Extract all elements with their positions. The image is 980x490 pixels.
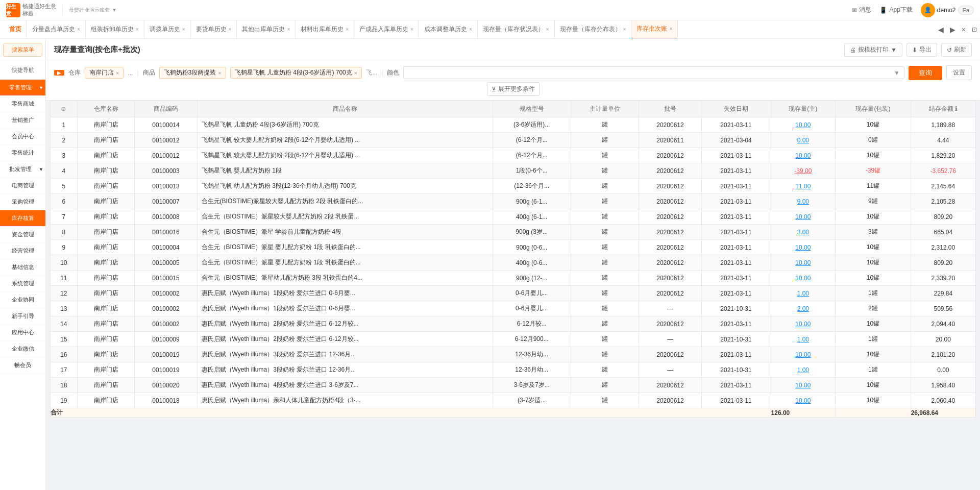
tab-close-10[interactable]: × — [669, 26, 672, 32]
tab-0[interactable]: 分量盘点单历史 × — [27, 20, 86, 39]
sidebar-item-operations[interactable]: 经营管理 — [0, 243, 45, 259]
tab-close-9[interactable]: × — [623, 27, 626, 32]
sidebar-item-retail-stats[interactable]: 零售统计 — [0, 145, 45, 161]
sidebar-item-finance[interactable]: 资金管理 — [0, 227, 45, 243]
cell-stock-main[interactable]: 10.00 — [771, 117, 836, 133]
sidebar-item-member[interactable]: 会员中心 — [0, 129, 45, 145]
product-tag-1[interactable]: 飞鹤星飞帆 儿童奶粉 4段(3-6岁适用) 700克 × — [230, 67, 362, 79]
sidebar-item-member-plus[interactable]: 畅会员 — [0, 357, 45, 374]
cell-stock-main[interactable]: 9.00 — [771, 194, 836, 209]
cell-stock-pkg: 3罐 — [836, 225, 911, 240]
tab-close-3[interactable]: × — [229, 27, 232, 32]
color-filter-input[interactable]: ▼ — [403, 66, 904, 79]
cell-stock-main[interactable]: 10.00 — [771, 347, 836, 362]
warehouse-more[interactable]: ... — [128, 69, 133, 77]
sidebar-item-ecommerce[interactable]: 电商管理 — [0, 178, 45, 194]
cell-stock-main[interactable]: 10.00 — [771, 255, 836, 271]
quick-nav-link[interactable]: 快捷导航 — [2, 64, 43, 76]
app-download-btn[interactable]: 📱 App下载 — [879, 6, 912, 14]
cell-stock-main[interactable]: 1.00 — [771, 286, 836, 301]
refresh-btn[interactable]: ↺ 刷新 — [941, 43, 972, 57]
product-tag-1-close[interactable]: × — [354, 70, 357, 76]
nav-arrows: ◀ ▶ × ⊡ — [935, 23, 980, 36]
tab-close-0[interactable]: × — [77, 27, 80, 32]
sidebar-item-retail-mall[interactable]: 零售商城 — [0, 96, 45, 112]
cell-stock-main[interactable]: 3.00 — [771, 225, 836, 240]
cell-stock-main[interactable]: 1.00 — [771, 332, 836, 347]
tab-2[interactable]: 调拨单历史 × — [144, 20, 191, 39]
th-settings[interactable]: ⚙ — [51, 101, 78, 117]
sidebar-item-purchase[interactable]: 采购管理 — [0, 194, 45, 210]
filter-toggle-btn[interactable]: ▶ — [54, 70, 64, 76]
cell-stock-main[interactable]: -39.00 — [771, 163, 836, 179]
query-btn[interactable]: 查询 — [909, 66, 942, 80]
tab-close-1[interactable]: × — [136, 27, 139, 32]
table-row: 18 南岸门店 00100020 惠氏启赋（Wyeth illuma）4段奶粉 … — [51, 378, 976, 393]
cell-stock-main[interactable]: 11.00 — [771, 179, 836, 194]
sidebar-item-system[interactable]: 系统管理 — [0, 276, 45, 292]
cell-stock-main[interactable]: 10.00 — [771, 148, 836, 163]
cell-no: 6 — [51, 194, 78, 209]
export-btn[interactable]: ⬇ 导出 — [906, 43, 937, 57]
tab-close-6[interactable]: × — [410, 27, 413, 32]
warehouse-tag-close[interactable]: × — [116, 70, 119, 76]
sidebar-item-app-center[interactable]: 应用中心 — [0, 325, 45, 341]
tab-close-7[interactable]: × — [469, 27, 472, 32]
tab-home[interactable]: 首页 — [4, 20, 27, 39]
sidebar-search-area: 搜索菜单 — [0, 39, 45, 61]
warehouse-tag[interactable]: 南岸门店 × — [85, 67, 124, 79]
th-name: 商品名称 — [197, 101, 493, 117]
sidebar-item-enterprise-wechat[interactable]: 企业微信 — [0, 341, 45, 357]
cell-code: 00100020 — [135, 378, 197, 393]
cell-name: 惠氏启赋（Wyeth illuma）4段奶粉 爱尔兰进口 3-6岁及7... — [197, 378, 493, 393]
nav-close-all-btn[interactable]: × — [959, 23, 969, 36]
tab-10[interactable]: 库存批次账 × — [631, 20, 678, 39]
tab-close-8[interactable]: × — [546, 27, 549, 32]
account-selector[interactable]: 母婴行业演示账套 ▼ — [69, 7, 117, 14]
product-tag-0-close[interactable]: × — [218, 70, 221, 76]
cell-stock-main[interactable]: 10.00 — [771, 209, 836, 225]
sidebar-item-retail-mgmt[interactable]: 零售管理 ▼ — [0, 80, 45, 96]
cell-stock-main[interactable]: 10.00 — [771, 378, 836, 393]
template-print-btn[interactable]: 🖨 按模板打印 ▼ — [844, 43, 902, 57]
tab-close-5[interactable]: × — [346, 27, 349, 32]
tab-3[interactable]: 要货单历史 × — [191, 20, 237, 39]
cell-spec: 400g (0-6... — [493, 255, 571, 271]
nav-expand-btn[interactable]: ⊡ — [969, 24, 980, 35]
sidebar-item-wholesale[interactable]: 批发管理 ▼ — [0, 161, 45, 178]
search-menu-btn[interactable]: 搜索菜单 — [3, 43, 42, 57]
table-row: 9 南岸门店 00100004 合生元（BIOSTIME）派星 婴儿配方奶粉 1… — [51, 240, 976, 255]
cell-stock-main[interactable]: 10.00 — [771, 240, 836, 255]
sidebar-item-guide[interactable]: 新手引导 — [0, 308, 45, 325]
tab-4[interactable]: 其他出库单历史 × — [237, 20, 296, 39]
table-row: 10 南岸门店 00100005 合生元（BIOSTIME）派星 婴儿配方奶粉 … — [51, 255, 976, 271]
cell-code: 00100019 — [135, 362, 197, 378]
cell-stock-main[interactable]: 0.00 — [771, 133, 836, 148]
cell-stock-main[interactable]: 1.00 — [771, 362, 836, 378]
user-area[interactable]: 👤 demo2 Ea — [921, 3, 974, 17]
tab-close-2[interactable]: × — [182, 27, 185, 32]
cell-stock-main[interactable]: 10.00 — [771, 393, 836, 408]
cell-stock-main[interactable]: 2.00 — [771, 301, 836, 316]
tab-5[interactable]: 材料出库单历史 × — [296, 20, 354, 39]
product-tag-0[interactable]: 飞鹤奶粉3段两提装 × — [159, 67, 226, 79]
tab-6[interactable]: 产成品入库单历史 × — [354, 20, 419, 39]
cell-stock-main[interactable]: 10.00 — [771, 316, 836, 332]
sidebar-item-marketing[interactable]: 营销推广 — [0, 112, 45, 129]
product-more[interactable]: 飞... — [366, 68, 377, 77]
cell-stock-main[interactable]: 10.00 — [771, 271, 836, 286]
tab-close-4[interactable]: × — [287, 27, 290, 32]
tab-8[interactable]: 现存量（库存状况表） × — [478, 20, 555, 39]
sidebar-item-cooperation[interactable]: 企业协同 — [0, 292, 45, 308]
cell-warehouse: 南岸门店 — [77, 362, 135, 378]
settings-btn[interactable]: 设置 — [946, 65, 972, 80]
sidebar-item-inventory[interactable]: 库存核算 — [0, 210, 45, 227]
tab-7[interactable]: 成本调整单历史 × — [419, 20, 478, 39]
expand-filter-btn[interactable]: ⊻ 展开更多条件 — [487, 82, 540, 96]
message-btn[interactable]: ✉ 消息 — [852, 6, 871, 14]
sidebar-item-basic-info[interactable]: 基础信息 — [0, 259, 45, 276]
tab-9[interactable]: 现存量（库存分布表） × — [555, 20, 632, 39]
nav-prev-btn[interactable]: ◀ — [935, 23, 947, 36]
tab-1[interactable]: 组装拆卸单历史 × — [86, 20, 144, 39]
nav-next-btn[interactable]: ▶ — [947, 23, 959, 36]
